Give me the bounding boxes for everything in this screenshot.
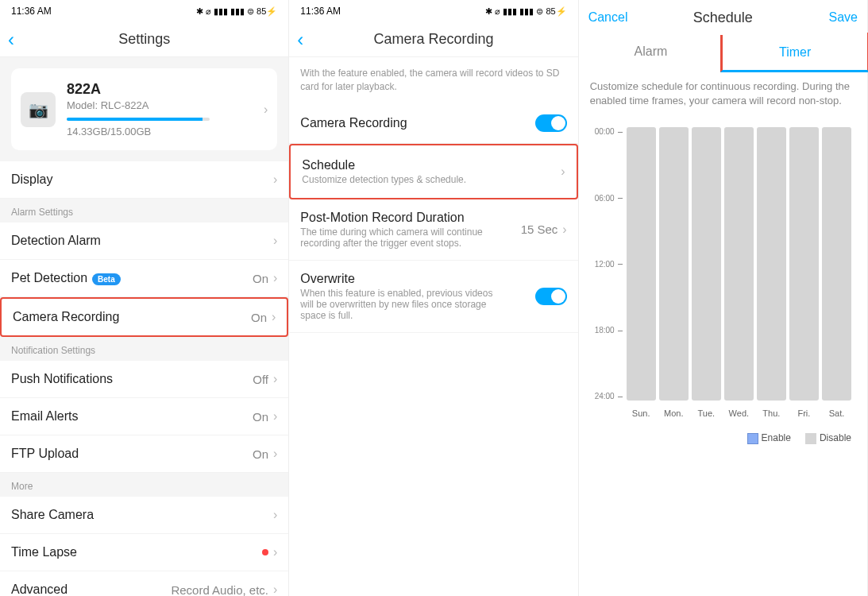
settings-screen: 11:36 AM ✱ ⌀ ▮▮▮ ▮▮▮ ⊜ 85⚡ ‹ Settings 📷 … (0, 0, 289, 596)
chevron-right-icon: › (273, 271, 277, 285)
row-overwrite: Overwrite When this feature is enabled, … (289, 261, 577, 333)
legend: Enable Disable (595, 432, 851, 444)
chevron-right-icon: › (273, 409, 277, 424)
row-camera-recording-toggle: Camera Recording (289, 103, 577, 144)
camera-icon: 📷 (21, 92, 56, 127)
row-display[interactable]: Display › (0, 161, 288, 199)
col-mon[interactable] (659, 127, 689, 401)
tab-timer[interactable]: Timer (720, 33, 868, 72)
chevron-right-icon: › (561, 164, 565, 179)
row-schedule[interactable]: Schedule Customize detection types & sch… (289, 144, 577, 199)
device-card[interactable]: 📷 822A Model: RLC-822A 14.33GB/15.00GB › (11, 68, 277, 150)
camera-recording-toggle[interactable] (535, 114, 567, 132)
status-bar: 11:36 AM ✱ ⌀ ▮▮▮ ▮▮▮ ⊜ 85⚡ (289, 0, 577, 22)
row-push-notifications[interactable]: Push Notifications Off› (0, 361, 288, 398)
row-email-alerts[interactable]: Email Alerts On› (0, 398, 288, 435)
col-sun[interactable] (627, 127, 656, 401)
disable-swatch-icon (805, 433, 816, 444)
row-detection-alarm[interactable]: Detection Alarm › (0, 223, 288, 260)
section-alarm: Alarm Settings (0, 199, 288, 223)
row-ftp-upload[interactable]: FTP Upload On› (0, 435, 288, 473)
row-camera-recording[interactable]: Camera Recording On› (0, 297, 288, 337)
chevron-right-icon: › (273, 234, 277, 248)
status-icons: ✱ ⌀ ▮▮▮ ▮▮▮ ⊜ 85⚡ (485, 6, 567, 17)
row-post-motion[interactable]: Post-Motion Record Duration The time dur… (289, 199, 577, 261)
page-title: Schedule (693, 10, 753, 26)
header: ‹ Settings (0, 22, 288, 57)
schedule-grid: 00:00 06:00 12:00 18:00 24:00 Sun. (587, 118, 859, 455)
chevron-right-icon: › (273, 545, 277, 559)
row-advanced[interactable]: Advanced Record Audio, etc.› (0, 571, 288, 596)
device-model: Model: RLC-822A (67, 99, 253, 111)
overwrite-toggle[interactable] (535, 288, 567, 305)
col-thu[interactable] (757, 127, 786, 401)
chevron-right-icon: › (273, 582, 277, 596)
row-pet-detection[interactable]: Pet DetectionBeta On› (0, 260, 288, 297)
day-axis: Sun. Mon. Tue. Wed. Thu. Fri. Sat. (627, 408, 851, 418)
col-wed[interactable] (724, 127, 754, 401)
save-button[interactable]: Save (829, 10, 858, 25)
back-icon[interactable]: ‹ (8, 29, 14, 51)
col-fri[interactable] (789, 127, 819, 401)
col-sat[interactable] (822, 127, 851, 401)
schedule-desc: Customize schedule for continuous record… (579, 70, 867, 118)
beta-badge: Beta (92, 273, 121, 285)
schedule-content[interactable]: Customize schedule for continuous record… (579, 70, 867, 596)
section-notif: Notification Settings (0, 337, 288, 361)
notification-dot-icon (262, 549, 268, 555)
tabs: Alarm Timer (579, 35, 867, 70)
time-axis: 00:00 06:00 12:00 18:00 24:00 (595, 127, 615, 401)
back-icon[interactable]: ‹ (297, 29, 303, 51)
header: Cancel Schedule Save (579, 0, 867, 35)
chevron-right-icon: › (273, 172, 277, 187)
storage-bar (67, 118, 210, 121)
section-more: More (0, 473, 288, 497)
row-share-camera[interactable]: Share Camera › (0, 497, 288, 534)
recording-content[interactable]: With the feature enabled, the camera wil… (289, 57, 577, 596)
enable-swatch-icon (747, 433, 758, 444)
chevron-right-icon: › (273, 447, 277, 461)
page-title: Camera Recording (373, 31, 493, 48)
chevron-right-icon: › (273, 372, 277, 386)
chevron-right-icon: › (273, 508, 277, 522)
device-info: 822A Model: RLC-822A 14.33GB/15.00GB (67, 81, 253, 137)
camera-recording-screen: 11:36 AM ✱ ⌀ ▮▮▮ ▮▮▮ ⊜ 85⚡ ‹ Camera Reco… (289, 0, 578, 596)
status-time: 11:36 AM (300, 6, 341, 17)
tab-alarm[interactable]: Alarm (579, 35, 723, 70)
header: ‹ Camera Recording (289, 22, 577, 57)
storage-text: 14.33GB/15.00GB (67, 126, 253, 137)
device-name: 822A (67, 81, 253, 98)
help-text: With the feature enabled, the camera wil… (289, 57, 577, 103)
status-icons: ✱ ⌀ ▮▮▮ ▮▮▮ ⊜ 85⚡ (196, 6, 278, 17)
chevron-right-icon: › (562, 223, 566, 237)
status-bar: 11:36 AM ✱ ⌀ ▮▮▮ ▮▮▮ ⊜ 85⚡ (0, 0, 288, 22)
chevron-right-icon: › (272, 310, 276, 324)
chevron-right-icon: › (264, 103, 268, 117)
page-title: Settings (118, 31, 170, 48)
col-tue[interactable] (692, 127, 721, 401)
schedule-screen: Cancel Schedule Save Alarm Timer Customi… (579, 0, 868, 596)
settings-content[interactable]: 📷 822A Model: RLC-822A 14.33GB/15.00GB ›… (0, 57, 288, 596)
day-columns[interactable] (627, 127, 851, 401)
cancel-button[interactable]: Cancel (588, 10, 628, 25)
status-time: 11:36 AM (11, 6, 52, 17)
row-time-lapse[interactable]: Time Lapse › (0, 534, 288, 571)
